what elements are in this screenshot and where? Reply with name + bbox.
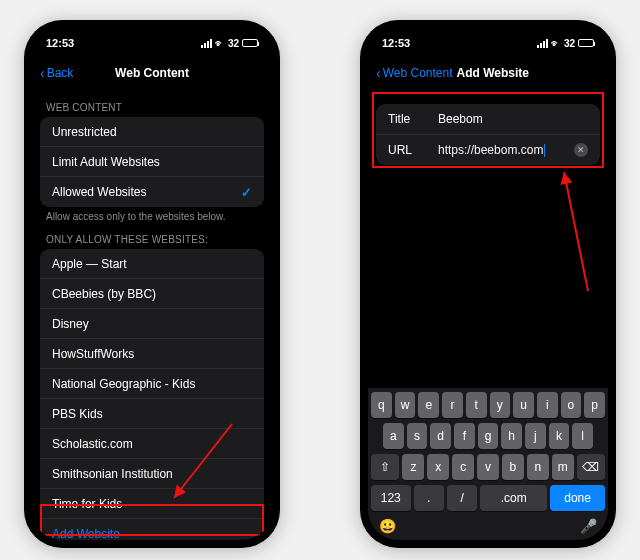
site-label: National Geographic - Kids <box>52 377 195 391</box>
battery-percent: 32 <box>564 38 575 49</box>
key-w[interactable]: w <box>395 392 416 418</box>
option-label: Allowed Websites <box>52 185 147 199</box>
option-limit-adult[interactable]: Limit Adult Websites <box>40 147 264 177</box>
checkmark-icon: ✓ <box>241 185 252 200</box>
key-⇧[interactable]: ⇧ <box>371 454 399 480</box>
add-website-button[interactable]: Add Website <box>40 519 264 540</box>
key-b[interactable]: b <box>502 454 524 480</box>
site-label: Smithsonian Institution <box>52 467 173 481</box>
key-c[interactable]: c <box>452 454 474 480</box>
site-row[interactable]: Scholastic.com <box>40 429 264 459</box>
options-group: Unrestricted Limit Adult Websites Allowe… <box>40 117 264 207</box>
site-label: CBeebies (by BBC) <box>52 287 156 301</box>
section-footer: Allow access only to the websites below. <box>32 207 272 224</box>
key-done[interactable]: done <box>550 485 605 511</box>
allowed-sites-group: Apple — Start CBeebies (by BBC) Disney H… <box>40 249 264 540</box>
key-l[interactable]: l <box>572 423 593 449</box>
url-field-row[interactable]: URL https://beebom.com ✕ <box>376 135 600 165</box>
key-⌫[interactable]: ⌫ <box>577 454 605 480</box>
key-z[interactable]: z <box>402 454 424 480</box>
site-label: Apple — Start <box>52 257 127 271</box>
svg-line-1 <box>564 172 588 291</box>
add-website-form: Title Beebom URL https://beebom.com ✕ <box>376 104 600 165</box>
notch <box>102 28 202 48</box>
key-dot[interactable]: . <box>414 485 444 511</box>
key-123[interactable]: 123 <box>371 485 411 511</box>
key-t[interactable]: t <box>466 392 487 418</box>
page-title: Web Content <box>115 66 189 80</box>
mic-icon[interactable]: 🎤 <box>580 518 597 534</box>
chevron-left-icon: ‹ <box>376 66 381 80</box>
back-button[interactable]: ‹ Back <box>40 66 73 80</box>
site-row[interactable]: HowStuffWorks <box>40 339 264 369</box>
url-label: URL <box>388 143 438 157</box>
key-j[interactable]: j <box>525 423 546 449</box>
site-row[interactable]: Disney <box>40 309 264 339</box>
key-slash[interactable]: / <box>447 485 477 511</box>
key-i[interactable]: i <box>537 392 558 418</box>
key-e[interactable]: e <box>418 392 439 418</box>
battery-icon <box>242 39 258 47</box>
title-label: Title <box>388 112 438 126</box>
option-allowed[interactable]: Allowed Websites ✓ <box>40 177 264 207</box>
key-q[interactable]: q <box>371 392 392 418</box>
phone-left: 12:53 ᯤ 32 ‹ Back Web Content WEB CONTEN… <box>24 20 280 548</box>
key-s[interactable]: s <box>407 423 428 449</box>
back-button[interactable]: ‹ Web Content <box>376 66 453 80</box>
site-label: HowStuffWorks <box>52 347 134 361</box>
chevron-left-icon: ‹ <box>40 66 45 80</box>
wifi-icon: ᯤ <box>551 38 561 49</box>
key-g[interactable]: g <box>478 423 499 449</box>
page-title: Add Website <box>457 66 529 80</box>
key-p[interactable]: p <box>584 392 605 418</box>
text-cursor <box>544 144 545 157</box>
key-d[interactable]: d <box>430 423 451 449</box>
section-header-web-content: WEB CONTENT <box>32 92 272 117</box>
site-label: Time for Kids <box>52 497 122 511</box>
status-time: 12:53 <box>382 37 410 49</box>
title-field-row[interactable]: Title Beebom <box>376 104 600 135</box>
site-row[interactable]: Smithsonian Institution <box>40 459 264 489</box>
url-input[interactable]: https://beebom.com <box>438 143 568 157</box>
emoji-icon[interactable]: 😀 <box>379 518 396 534</box>
site-label: Disney <box>52 317 89 331</box>
battery-icon <box>578 39 594 47</box>
site-label: PBS Kids <box>52 407 103 421</box>
option-label: Limit Adult Websites <box>52 155 160 169</box>
keyboard[interactable]: qwertyuiop asdfghjkl ⇧zxcvbnm⌫ 123 . / .… <box>368 388 608 540</box>
key-v[interactable]: v <box>477 454 499 480</box>
wifi-icon: ᯤ <box>215 38 225 49</box>
key-a[interactable]: a <box>383 423 404 449</box>
battery-percent: 32 <box>228 38 239 49</box>
key-dotcom[interactable]: .com <box>480 485 547 511</box>
signal-icon <box>537 39 548 48</box>
key-h[interactable]: h <box>501 423 522 449</box>
phone-right: 12:53 ᯤ 32 ‹ Web Content Add Website Tit… <box>360 20 616 548</box>
key-y[interactable]: y <box>490 392 511 418</box>
status-time: 12:53 <box>46 37 74 49</box>
site-row[interactable]: CBeebies (by BBC) <box>40 279 264 309</box>
key-f[interactable]: f <box>454 423 475 449</box>
option-label: Unrestricted <box>52 125 117 139</box>
site-row[interactable]: Apple — Start <box>40 249 264 279</box>
site-row[interactable]: National Geographic - Kids <box>40 369 264 399</box>
key-o[interactable]: o <box>561 392 582 418</box>
nav-bar: ‹ Back Web Content <box>32 58 272 88</box>
key-r[interactable]: r <box>442 392 463 418</box>
key-n[interactable]: n <box>527 454 549 480</box>
option-unrestricted[interactable]: Unrestricted <box>40 117 264 147</box>
back-label: Web Content <box>383 66 453 80</box>
key-u[interactable]: u <box>513 392 534 418</box>
back-label: Back <box>47 66 74 80</box>
nav-bar: ‹ Web Content Add Website <box>368 58 608 88</box>
key-m[interactable]: m <box>552 454 574 480</box>
notch <box>438 28 538 48</box>
signal-icon <box>201 39 212 48</box>
key-k[interactable]: k <box>549 423 570 449</box>
site-row[interactable]: Time for Kids <box>40 489 264 519</box>
title-input[interactable]: Beebom <box>438 112 588 126</box>
key-x[interactable]: x <box>427 454 449 480</box>
clear-icon[interactable]: ✕ <box>574 143 588 157</box>
site-row[interactable]: PBS Kids <box>40 399 264 429</box>
site-label: Scholastic.com <box>52 437 133 451</box>
